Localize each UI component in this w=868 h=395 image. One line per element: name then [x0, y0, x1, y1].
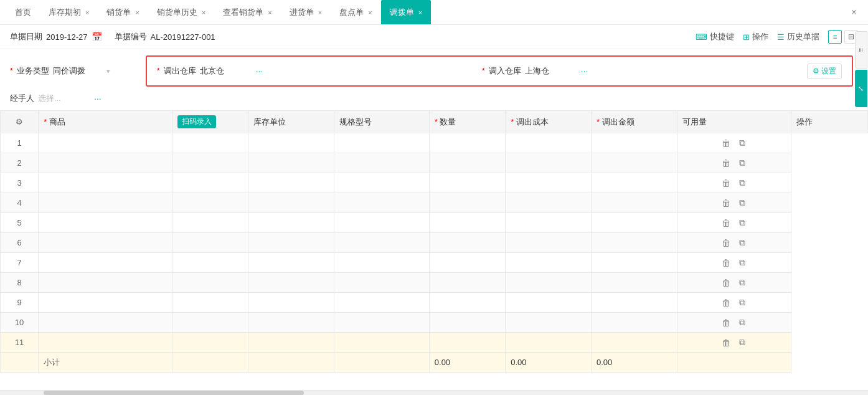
row-1-cost[interactable] [429, 133, 505, 153]
row-5-delete-icon[interactable]: 🗑 [720, 217, 732, 229]
items-table: ⚙ * 商品 扫码录入 库存单位 规格型号 [0, 110, 868, 373]
row-1-delete-icon[interactable]: 🗑 [720, 137, 732, 150]
shortcut-icon: ⌨ [696, 32, 707, 42]
row-1-product[interactable] [39, 133, 172, 153]
row-2-cost[interactable] [429, 153, 505, 173]
tab-purchase[interactable]: 进货单 × [281, 0, 331, 24]
business-type-label: 业务类型 [17, 65, 49, 77]
row-3-spec[interactable] [248, 173, 334, 193]
tab-inventory-check-label: 盘点单 [339, 7, 364, 18]
row-3-product[interactable] [39, 173, 172, 193]
transfer-in-more-btn[interactable]: ··· [581, 66, 588, 76]
th-available: 可用量 [677, 111, 791, 133]
row-2-available[interactable] [592, 153, 677, 173]
transfer-out-star: * [157, 67, 160, 75]
row-num-6: 6 [1, 233, 39, 253]
tab-transfer-close[interactable]: × [418, 9, 422, 16]
row-2-amount[interactable] [506, 153, 592, 173]
row-3-unit[interactable] [172, 173, 248, 193]
settings-button[interactable]: ⚙ 设置 [807, 64, 842, 79]
row-2-spec[interactable] [248, 153, 334, 173]
row-1-spec[interactable] [248, 133, 334, 153]
row-3-delete-icon[interactable]: 🗑 [720, 177, 732, 189]
tab-purchase-close[interactable]: × [318, 9, 322, 16]
row-10-copy-icon[interactable]: ⧉ [736, 316, 748, 329]
row-num-4: 4 [1, 193, 39, 213]
shortcut-link[interactable]: ⌨ 快捷键 [696, 31, 734, 42]
tab-view-sales-close[interactable]: × [268, 9, 271, 16]
actions-link[interactable]: ⊞ 操作 [743, 31, 768, 42]
th-gear[interactable]: ⚙ [1, 111, 39, 133]
tab-inventory-init-close[interactable]: × [85, 9, 89, 16]
business-type-dropdown-arrow[interactable]: ▾ [106, 67, 110, 75]
row-4-delete-icon[interactable]: 🗑 [720, 197, 732, 209]
calendar-icon[interactable]: 📅 [92, 32, 102, 42]
history-label: 历史单据 [787, 31, 819, 42]
row-8-copy-icon[interactable]: ⧉ [736, 277, 748, 289]
tab-transfer[interactable]: 调拨单 × [381, 0, 431, 24]
row-1-available[interactable] [592, 133, 677, 153]
tab-bar-close-btn[interactable]: × [846, 7, 862, 18]
th-scan: 扫码录入 [172, 111, 248, 133]
tab-inventory-check-close[interactable]: × [368, 9, 372, 16]
row-6-copy-icon[interactable]: ⧉ [736, 237, 748, 249]
tab-view-sales[interactable]: 查看销货单 × [214, 0, 280, 24]
row-1-qty[interactable] [334, 133, 429, 153]
tab-home[interactable]: 首页 [6, 0, 40, 24]
row-11-copy-icon[interactable]: ⧉ [736, 336, 748, 349]
row-2-copy-icon[interactable]: ⧉ [736, 157, 748, 169]
row-num-1: 1 [1, 133, 39, 153]
transfer-out-more-btn[interactable]: ··· [256, 66, 263, 76]
handler-more-btn[interactable]: ··· [94, 93, 101, 103]
scan-btn[interactable]: 扫码录入 [177, 115, 216, 128]
tab-sales-history[interactable]: 销货单历史 × [148, 0, 214, 24]
row-3-copy-icon[interactable]: ⧉ [736, 177, 748, 189]
row-1-unit[interactable] [172, 133, 248, 153]
subtotal-qty [334, 353, 429, 373]
row-3-cost[interactable] [429, 173, 505, 193]
row-3-qty[interactable] [334, 173, 429, 193]
tab-inventory-check[interactable]: 盘点单 × [331, 0, 380, 24]
row-10-delete-icon[interactable]: 🗑 [720, 316, 732, 329]
sidebar-list-btn[interactable]: ≡ [855, 31, 867, 69]
row-2-delete-icon[interactable]: 🗑 [720, 157, 732, 169]
items-table-container: ⚙ * 商品 扫码录入 库存单位 规格型号 [0, 110, 868, 390]
row-1-amount[interactable] [506, 133, 592, 153]
view-list-icon[interactable]: ≡ [828, 30, 842, 44]
transfer-out-value[interactable]: 北京仓 [200, 65, 250, 77]
horizontal-scrollbar[interactable] [0, 390, 868, 395]
tab-sales-history-close[interactable]: × [202, 9, 205, 16]
sidebar-expand-btn[interactable]: ⤢ [855, 70, 867, 107]
tab-inventory-init[interactable]: 库存期初 × [40, 0, 98, 24]
row-2-unit[interactable] [172, 153, 248, 173]
row-3-available[interactable] [592, 173, 677, 193]
tab-sales-order[interactable]: 销货单 × [98, 0, 148, 24]
row-7-copy-icon[interactable]: ⧉ [736, 257, 748, 269]
view-icons: ≡ ⊟ [828, 30, 858, 44]
row-2-qty[interactable] [334, 153, 429, 173]
row-9-delete-icon[interactable]: 🗑 [720, 297, 732, 309]
row-num-2: 2 [1, 153, 39, 173]
row-2-product[interactable] [39, 153, 172, 173]
row-11-delete-icon[interactable]: 🗑 [720, 336, 732, 349]
table-row: 3 🗑 ⧉ [1, 173, 868, 193]
transfer-in-value[interactable]: 上海仓 [525, 65, 575, 77]
row-3-amount[interactable] [506, 173, 592, 193]
tab-sales-order-close[interactable]: × [135, 9, 139, 16]
table-row: 7 🗑⧉ [1, 253, 868, 273]
row-6-delete-icon[interactable]: 🗑 [720, 237, 732, 249]
handler-placeholder[interactable]: 选择... [38, 93, 88, 104]
row-1-copy-icon[interactable]: ⧉ [736, 137, 748, 150]
row-9-copy-icon[interactable]: ⧉ [736, 297, 748, 309]
row-7-delete-icon[interactable]: 🗑 [720, 257, 732, 269]
tab-home-label: 首页 [15, 7, 31, 18]
transfer-out-group: * 调出仓库 北京仓 ··· [157, 65, 457, 77]
history-link[interactable]: ☰ 历史单据 [777, 31, 819, 42]
row-num-7: 7 [1, 253, 39, 273]
row-8-delete-icon[interactable]: 🗑 [720, 277, 732, 289]
business-type-value[interactable]: 同价调拨 [53, 65, 103, 77]
row-4-copy-icon[interactable]: ⧉ [736, 197, 748, 209]
row-num-11: 11 [1, 333, 39, 353]
table-row: 9 🗑⧉ [1, 293, 868, 313]
row-5-copy-icon[interactable]: ⧉ [736, 217, 748, 229]
